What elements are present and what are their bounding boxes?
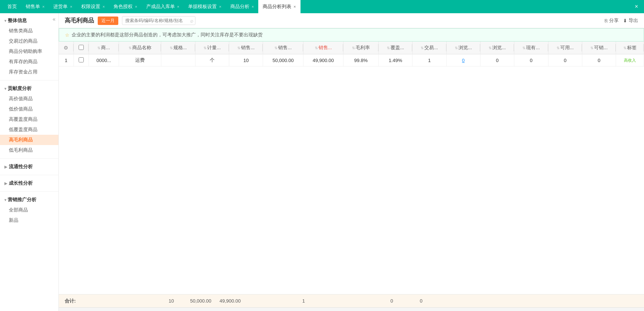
close-icon[interactable]: × — [42, 4, 44, 9]
sidebar-item-high-value[interactable]: 高价值商品 — [0, 94, 58, 104]
sidebar-item-traded-goods[interactable]: 交易过的商品 — [0, 36, 58, 46]
footer-saleable-stock: 0 — [406, 298, 436, 304]
sidebar-item-low-coverage[interactable]: 低覆盖度商品 — [0, 124, 58, 135]
col-tag[interactable]: ⇅标签 — [616, 41, 644, 54]
select-all-checkbox[interactable] — [79, 45, 84, 50]
sidebar-item-stock-goods[interactable]: 有库存的商品 — [0, 57, 58, 67]
close-icon[interactable]: × — [294, 4, 296, 9]
tag-badge: 高收入 — [624, 58, 636, 62]
search-wrapper: ⌕ — [122, 16, 195, 25]
footer-trade: 1 — [289, 298, 318, 304]
sidebar-group-title-marketing[interactable]: ▾ 营销推广分析 — [0, 195, 58, 205]
footer-available-stock: 0 — [377, 298, 406, 304]
table-row: 1 0000... 运费 个 10 50,000.00 49,900.00 99… — [59, 54, 644, 66]
col-name[interactable]: ⇅商品名称 — [119, 41, 161, 54]
cell-index: 1 — [59, 54, 73, 66]
col-sales-qty[interactable]: ⇅销售... — [229, 41, 263, 54]
col-available-stock[interactable]: ⇅可用... — [548, 41, 582, 54]
sidebar-item-low-margin[interactable]: 低毛利商品 — [0, 145, 58, 155]
sidebar-item-high-margin[interactable]: 高毛利商品 — [0, 135, 58, 145]
col-settings[interactable]: ⚙ — [59, 41, 73, 54]
sidebar-item-low-value[interactable]: 低价值商品 — [0, 104, 58, 114]
nav-tab-sales[interactable]: 销售单 × — [21, 0, 49, 13]
sidebar-item-all-goods[interactable]: 全部商品 — [0, 205, 58, 215]
sidebar-group-title-overall[interactable]: ▾ 整体信息 — [0, 15, 58, 26]
sidebar-group-overall: ▾ 整体信息 销售类商品 交易过的商品 商品分销助购率 有库存的商品 库存资金占… — [0, 13, 58, 79]
nav-tab-template[interactable]: 单据模板设置 × — [184, 0, 226, 13]
footer-sales-amount: 50,000.00 — [186, 298, 215, 304]
col-unit[interactable]: ⇅计量... — [195, 41, 229, 54]
close-icon[interactable]: × — [135, 4, 137, 9]
sidebar: « ▾ 整体信息 销售类商品 交易过的商品 商品分销助购率 有库存的商品 库存资… — [0, 13, 59, 311]
col-trade[interactable]: ⇅交易... — [413, 41, 446, 54]
nav-tab-analysis[interactable]: 商品分析 × — [226, 0, 258, 13]
nav-tab-purchase[interactable]: 进货单 × — [49, 0, 76, 13]
sidebar-group-title-liquidity[interactable]: ▶ 流通性分析 — [0, 162, 58, 172]
nav-tab-analysis-list[interactable]: 商品分析列表 × — [258, 0, 300, 13]
footer-bar: 合计: 10 50,000.00 49,900.00 1 0 0 — [59, 294, 644, 307]
col-views1[interactable]: ⇅浏览... — [446, 41, 480, 54]
col-gross-margin[interactable]: ⇅毛利率 — [343, 41, 379, 54]
search-input[interactable] — [122, 16, 195, 25]
cell-views1[interactable]: 0 — [446, 54, 480, 66]
col-views2[interactable]: ⇅浏览... — [480, 41, 514, 54]
horizontal-scrollbar[interactable] — [59, 307, 644, 311]
header-right: ⎘ 分享 ⬇ 导出 — [605, 17, 638, 24]
sidebar-group-marketing: ▾ 营销推广分析 全部商品 新品 — [0, 192, 58, 228]
cell-current-stock: 0 — [514, 54, 548, 66]
col-saleable-stock[interactable]: ⇅可销... — [582, 41, 616, 54]
arrow-icon: ▶ — [4, 165, 7, 169]
cell-sales-profit: 49,900.00 — [303, 54, 343, 66]
cell-code: 0000... — [89, 54, 119, 66]
cell-tag: 高收入 — [616, 54, 644, 66]
tip-bar: ☆ 企业的主要的利润都是这部分商品创造的，可考虑加大推广，同时关注库存是不要出现… — [59, 28, 644, 41]
share-button[interactable]: ⎘ 分享 — [605, 17, 619, 24]
sidebar-item-high-coverage[interactable]: 高覆盖度商品 — [0, 114, 58, 124]
cell-trade: 1 — [413, 54, 446, 66]
col-sales-amount[interactable]: ⇅销售... — [263, 41, 303, 54]
page-title: 高毛利商品 — [65, 17, 94, 25]
product-table: ⚙ ⇅商... ⇅商品名称 ⇅规格... ⇅计量... ⇅销售... ⇅销售..… — [59, 41, 644, 66]
row-checkbox[interactable] — [79, 57, 84, 62]
close-icon[interactable]: × — [177, 4, 179, 9]
export-button[interactable]: ⬇ 导出 — [623, 17, 638, 24]
col-code[interactable]: ⇅商... — [89, 41, 119, 54]
content-area: 高毛利商品 近一月 ⌕ ⎘ 分享 ⬇ 导出 ☆ 企业的主要的利润都是这部分商品创… — [59, 13, 644, 311]
sidebar-group-title-contribution[interactable]: ▾ 贡献度分析 — [0, 83, 58, 94]
sidebar-item-stock-capital[interactable]: 库存资金占用 — [0, 67, 58, 77]
content-header: 高毛利商品 近一月 ⌕ ⎘ 分享 ⬇ 导出 — [59, 13, 644, 28]
arrow-icon: ▾ — [4, 198, 6, 202]
arrow-icon: ▾ — [4, 87, 6, 91]
col-checkbox[interactable] — [73, 41, 89, 54]
col-current-stock[interactable]: ⇅现有... — [514, 41, 548, 54]
close-icon[interactable]: × — [252, 4, 254, 9]
footer-sales-profit: 49,900.00 — [215, 298, 245, 304]
nav-tab-home[interactable]: 首页 — [3, 0, 21, 13]
settings-icon[interactable]: ⚙ — [64, 45, 68, 51]
close-icon[interactable]: × — [102, 4, 105, 9]
cell-checkbox[interactable] — [73, 54, 89, 66]
sidebar-group-title-growth[interactable]: ▶ 成长性分析 — [0, 178, 58, 188]
col-sales-profit[interactable]: ⇅销售... — [303, 41, 343, 54]
col-coverage[interactable]: ⇅覆盖... — [378, 41, 412, 54]
sidebar-item-new-goods[interactable]: 新品 — [0, 215, 58, 225]
nav-tab-permission[interactable]: 权限设置 × — [77, 0, 109, 13]
window-close-icon[interactable]: × — [632, 3, 641, 10]
nav-tab-warehouse[interactable]: 产成品入库单 × — [142, 0, 184, 13]
col-spec[interactable]: ⇅规格... — [161, 41, 195, 54]
close-icon[interactable]: × — [219, 4, 221, 9]
search-icon[interactable]: ⌕ — [190, 18, 193, 23]
sidebar-group-contribution: ▾ 贡献度分析 高价值商品 低价值商品 高覆盖度商品 低覆盖度商品 高毛利商品 … — [0, 81, 58, 158]
sidebar-collapse-button[interactable]: « — [53, 16, 55, 22]
filter-period-button[interactable]: 近一月 — [98, 17, 118, 25]
sidebar-group-liquidity: ▶ 流通性分析 — [0, 159, 58, 174]
export-icon: ⬇ — [623, 18, 627, 23]
nav-tab-role[interactable]: 角色授权 × — [109, 0, 141, 13]
cell-saleable-stock: 0 — [582, 54, 616, 66]
cell-unit: 个 — [195, 54, 229, 66]
close-icon[interactable]: × — [70, 4, 72, 9]
sidebar-item-distribution-rate[interactable]: 商品分销助购率 — [0, 46, 58, 57]
main-layout: « ▾ 整体信息 销售类商品 交易过的商品 商品分销助购率 有库存的商品 库存资… — [0, 13, 644, 311]
cell-coverage: 1.49% — [378, 54, 412, 66]
sidebar-item-sales-goods[interactable]: 销售类商品 — [0, 26, 58, 36]
